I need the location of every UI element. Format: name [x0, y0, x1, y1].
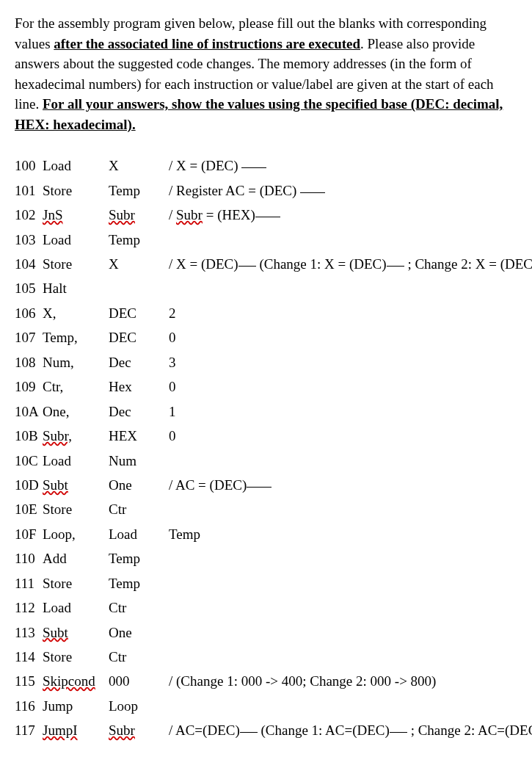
label: Loop,: [43, 524, 109, 545]
operand: Temp: [109, 548, 169, 569]
blank[interactable]: [255, 217, 280, 217]
addr: 116: [15, 695, 43, 717]
label: Ctr,: [43, 376, 109, 397]
addr: 110: [15, 548, 43, 569]
squiggle-word: Subr,: [43, 428, 72, 443]
page: For the assembly program given below, pl…: [0, 0, 532, 759]
comment-text: / X = (DEC): [169, 158, 241, 173]
blank[interactable]: [390, 732, 407, 733]
line-100: 100 Load X / X = (DEC): [15, 155, 517, 176]
operand: Loop: [109, 695, 169, 717]
addr: 10C: [15, 450, 43, 471]
addr: 104: [15, 253, 43, 275]
line-112: 112 Load Ctr: [15, 597, 517, 618]
value: 2: [169, 303, 517, 324]
squiggle-word: Subr: [109, 207, 135, 222]
addr: 10E: [15, 499, 43, 520]
comment: / Register AC = (DEC): [169, 180, 517, 201]
squiggle-word: JumpI: [43, 722, 78, 738]
line-10E: 10E Store Ctr: [15, 499, 517, 520]
squiggle-word: JnS: [43, 207, 62, 222]
operand: One: [109, 622, 169, 643]
addr: 108: [15, 352, 43, 373]
operand: 000: [109, 670, 169, 692]
label: One,: [43, 401, 109, 422]
comment-text: /: [169, 207, 176, 222]
line-110: 110 Add Temp: [15, 548, 517, 569]
blank[interactable]: [387, 266, 404, 267]
comment: / Subr = (HEX): [169, 204, 517, 225]
comment-text: (Change 1: AC=(DEC): [258, 722, 390, 738]
addr: 113: [15, 622, 43, 643]
line-108: 108 Num, Dec 3: [15, 352, 517, 373]
blank[interactable]: [238, 266, 256, 267]
opcode: JumpI: [43, 720, 109, 741]
line-114: 114 Store Ctr: [15, 646, 517, 667]
comment: / X = (DEC): [169, 155, 517, 176]
opcode: Load: [43, 229, 109, 250]
label: Temp,: [43, 327, 109, 348]
operand: One: [109, 474, 169, 496]
squiggle-word: Subr: [176, 207, 203, 222]
operand: Subr: [109, 204, 169, 225]
operand: Temp: [109, 573, 169, 594]
blank[interactable]: [247, 487, 272, 488]
opcode: Jump: [43, 695, 109, 717]
squiggle-word: Subt: [43, 477, 68, 493]
blank[interactable]: [240, 732, 258, 733]
line-10F: 10F Loop, Load Temp: [15, 524, 517, 545]
opcode: Subt: [43, 622, 109, 643]
directive: Dec: [109, 401, 169, 422]
operand: X: [109, 253, 169, 275]
directive: Dec: [109, 352, 169, 373]
comment-text: / AC=(DEC): [169, 722, 240, 738]
comment-text: = (HEX): [203, 207, 255, 222]
directive: DEC: [109, 303, 169, 324]
addr: 10F: [15, 524, 43, 545]
assembly-listing: 100 Load X / X = (DEC) 101 Store Temp / …: [15, 155, 517, 742]
line-106: 106 X, DEC 2: [15, 303, 517, 324]
line-105: 105 Halt: [15, 278, 517, 299]
comment-text: / X = (DEC): [169, 256, 238, 272]
blank[interactable]: [241, 167, 266, 168]
comment-text: / AC = (DEC): [169, 477, 247, 493]
addr: 109: [15, 376, 43, 397]
line-103: 103 Load Temp: [15, 229, 517, 250]
comment-text: ; Change 2: AC=(DEC): [407, 722, 532, 738]
line-107: 107 Temp, DEC 0: [15, 327, 517, 348]
opcode: Store: [43, 253, 109, 275]
opcode: Load: [109, 524, 169, 545]
label: Num,: [43, 352, 109, 373]
line-116: 116 Jump Loop: [15, 695, 517, 717]
addr: 115: [15, 670, 43, 692]
comment-text: / Register AC = (DEC): [169, 183, 300, 198]
operand: Temp: [109, 229, 169, 250]
line-10D: 10D Subt One / AC = (DEC): [15, 474, 517, 496]
operand: Temp: [109, 180, 169, 201]
comment: / (Change 1: 000 -> 400; Change 2: 000 -…: [169, 670, 517, 692]
directive: DEC: [109, 327, 169, 348]
addr: 106: [15, 303, 43, 324]
addr: 100: [15, 155, 43, 176]
opcode: Add: [43, 548, 109, 569]
operand: Subr: [109, 720, 169, 741]
opcode: Load: [43, 597, 109, 618]
comment: / AC=(DEC) (Change 1: AC=(DEC) ; Change …: [169, 720, 532, 741]
opcode: Store: [43, 499, 109, 520]
opcode: Load: [43, 155, 109, 176]
intro-bold-underline-2: For all your answers, show the values us…: [15, 96, 503, 132]
label: Subr,: [43, 425, 109, 446]
squiggle-word: Subt: [43, 625, 68, 640]
value: 1: [169, 401, 517, 422]
operand: Temp: [169, 524, 517, 545]
line-10A: 10A One, Dec 1: [15, 401, 517, 422]
addr: 107: [15, 327, 43, 348]
line-113: 113 Subt One: [15, 622, 517, 643]
line-10B: 10B Subr, HEX 0: [15, 425, 517, 446]
intro-bold-underline-1: after the associated line of instruction…: [54, 36, 360, 51]
blank[interactable]: [300, 192, 325, 193]
opcode: Halt: [43, 278, 109, 299]
addr: 114: [15, 646, 43, 667]
addr: 112: [15, 597, 43, 618]
opcode: Store: [43, 646, 109, 667]
